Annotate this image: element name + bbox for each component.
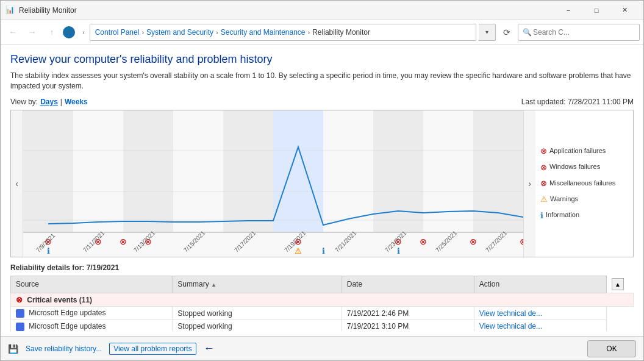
windows-failures-icon: ⊗ — [540, 160, 547, 174]
arrow-indicator: ← — [204, 342, 215, 355]
path-sep-2: › — [216, 29, 218, 36]
legend-app-failures: ⊗ Application failures — [540, 144, 628, 158]
breadcrumb-system-security[interactable]: System and Security — [146, 28, 213, 37]
breadcrumb-control-panel[interactable]: Control Panel — [95, 28, 140, 37]
svg-rect-6 — [273, 110, 323, 232]
source-label-0: Microsoft Edge updates — [29, 309, 106, 317]
last-updated-label: Last updated: 7/28/2021 11:00 PM — [521, 98, 634, 106]
view-by-weeks-link[interactable]: Weeks — [65, 98, 88, 106]
legend-windows-failures-label: Windows failures — [549, 161, 600, 173]
reliability-chart: ‹ — [10, 110, 634, 257]
minimize-button[interactable]: − — [554, 1, 582, 20]
source-cell-1: Microsoft Edge updates — [11, 320, 173, 331]
page-description: The stability index assesses your system… — [10, 71, 634, 91]
ok-button[interactable]: OK — [587, 340, 636, 357]
x-axis-labels: 7/9/2021 7/11/2021 7/13/2021 7/15/2021 7… — [23, 243, 523, 256]
svg-rect-1 — [23, 110, 73, 232]
home-flag-icon — [63, 26, 75, 38]
address-dropdown-button[interactable]: ▾ — [479, 24, 496, 41]
path-sep-3: › — [308, 29, 310, 36]
critical-icon: ⊗ — [16, 295, 23, 304]
information-icon: ℹ — [540, 209, 543, 223]
svg-rect-5 — [223, 110, 273, 232]
view-by-days-link[interactable]: Days — [40, 98, 58, 106]
chart-area[interactable]: 10 5 1 ⊗ ⊗ ⊗ ⊗ ⊗ ⊗ ⊗ ⊗ — [23, 110, 523, 257]
legend-app-failures-label: Application failures — [549, 145, 606, 157]
window-controls: − □ ✕ — [554, 1, 639, 20]
action-cell-1[interactable]: View technical de... — [474, 320, 606, 331]
maximize-button[interactable]: □ — [582, 1, 610, 20]
col-date[interactable]: Date — [342, 276, 474, 293]
chart-legend: ⊗ Application failures ⊗ Windows failure… — [535, 110, 633, 257]
col-action[interactable]: Action — [474, 276, 606, 293]
source-label-1: Microsoft Edge updates — [29, 322, 106, 331]
breadcrumb-current: Reliability Monitor — [312, 28, 370, 37]
legend-warnings-label: Warnings — [550, 193, 578, 206]
bottom-bar: 💾 Save reliability history... View all p… — [1, 336, 643, 360]
details-table: Source Summary ▲ Date Action — [10, 276, 634, 331]
address-path: Control Panel › System and Security › Se… — [90, 24, 476, 41]
svg-rect-7 — [323, 110, 373, 232]
up-button[interactable]: ↑ — [43, 24, 60, 41]
summary-cell-1: Stopped working — [173, 320, 342, 331]
page-title: Review your computer's reliability and p… — [10, 53, 634, 66]
date-cell-1: 7/19/2021 3:10 PM — [342, 320, 474, 331]
action-link-1[interactable]: View technical de... — [479, 322, 542, 331]
critical-events-header[interactable]: ⊗ Critical events (11) — [11, 293, 634, 307]
view-all-reports-link[interactable]: View all problem reports — [109, 343, 196, 355]
table-row[interactable]: Microsoft Edge updates Stopped working 7… — [11, 320, 634, 331]
critical-events-label: Critical events (11) — [27, 296, 92, 304]
date-cell-0: 7/19/2021 2:46 PM — [342, 307, 474, 320]
path-sep-0: › — [82, 29, 85, 36]
search-input[interactable] — [518, 24, 640, 41]
svg-rect-3 — [123, 110, 173, 232]
view-by-controls: View by: Days | Weeks — [10, 98, 88, 106]
refresh-button[interactable]: ⟳ — [498, 24, 515, 41]
svg-rect-10 — [473, 110, 523, 232]
legend-information-label: Information — [546, 209, 579, 221]
chart-right-nav-button[interactable]: › — [523, 110, 535, 257]
view-by-label: View by: — [10, 98, 38, 106]
main-content: Review your computer's reliability and p… — [1, 45, 643, 336]
details-header: Reliability details for: 7/19/2021 — [10, 263, 634, 272]
close-button[interactable]: ✕ — [610, 1, 639, 20]
address-bar: ← → ↑ › Control Panel › System and Secur… — [1, 20, 643, 45]
svg-rect-4 — [173, 110, 223, 232]
sort-arrow-summary: ▲ — [211, 282, 216, 288]
legend-information: ℹ Information — [540, 209, 628, 223]
svg-rect-9 — [423, 110, 473, 232]
col-extra: ▲ — [606, 276, 633, 293]
chart-left-nav-button[interactable]: ‹ — [11, 110, 23, 257]
action-link-0[interactable]: View technical de... — [479, 309, 542, 318]
view-by-separator: | — [60, 98, 62, 106]
chart-inner: ‹ — [11, 110, 633, 257]
col-source[interactable]: Source — [11, 276, 173, 293]
action-cell-0[interactable]: View technical de... — [474, 307, 606, 320]
back-button[interactable]: ← — [4, 24, 21, 41]
main-window: 📊 Reliability Monitor − □ ✕ ← → ↑ › Cont… — [0, 0, 644, 361]
title-bar: 📊 Reliability Monitor − □ ✕ — [1, 1, 643, 20]
breadcrumb-security-maintenance[interactable]: Security and Maintenance — [221, 28, 306, 37]
warnings-icon: ⚠ — [540, 192, 548, 206]
summary-cell-0: Stopped working — [173, 307, 342, 320]
table-row[interactable]: Microsoft Edge updates Stopped working 7… — [11, 307, 634, 320]
svg-rect-8 — [373, 110, 423, 232]
view-by-bar: View by: Days | Weeks Last updated: 7/28… — [10, 98, 634, 106]
edge-icon-0 — [16, 309, 24, 318]
search-container: 🔍 — [518, 24, 640, 41]
svg-rect-2 — [73, 110, 123, 232]
save-icon: 💾 — [8, 344, 18, 354]
app-failures-icon: ⊗ — [540, 144, 547, 158]
details-scroll: Source Summary ▲ Date Action — [10, 276, 634, 331]
save-reliability-link[interactable]: Save reliability history... — [26, 345, 102, 353]
col-summary[interactable]: Summary ▲ — [173, 276, 342, 293]
details-collapse-button[interactable]: ▲ — [612, 278, 624, 290]
path-sep-1: › — [141, 29, 144, 36]
forward-button[interactable]: → — [24, 24, 41, 41]
source-cell-0: Microsoft Edge updates — [11, 307, 173, 320]
misc-failures-icon: ⊗ — [540, 176, 547, 190]
edge-icon-1 — [16, 323, 24, 331]
legend-warnings: ⚠ Warnings — [540, 192, 628, 206]
window-icon: 📊 — [5, 5, 15, 15]
legend-misc-failures: ⊗ Miscellaneous failures — [540, 176, 628, 190]
